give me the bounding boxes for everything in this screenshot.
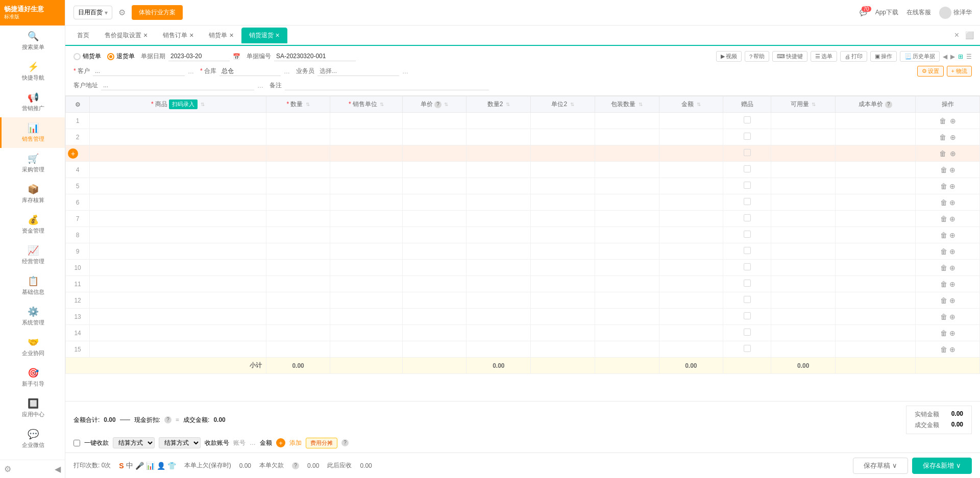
save-new-btn[interactable]: 保存&新增 ∨: [912, 458, 972, 474]
delete-row-btn[interactable]: 🗑: [938, 133, 947, 141]
fee-help-icon[interactable]: ?: [341, 439, 349, 446]
prev-icon[interactable]: ◀: [943, 53, 947, 60]
pack-qty-cell[interactable]: [595, 113, 659, 129]
list-icon[interactable]: ☰: [966, 53, 972, 60]
tab-sales-return[interactable]: 销货退货 ×: [241, 28, 287, 43]
staff-input[interactable]: [317, 66, 399, 76]
unit-price-help-icon[interactable]: ?: [434, 101, 442, 108]
cost-price-help-icon[interactable]: ?: [885, 101, 892, 108]
shortcut-btn[interactable]: ⌨ 快捷键: [772, 51, 807, 62]
sidebar-item-newbie[interactable]: 🎯 新手引导: [0, 362, 65, 393]
settings-icon[interactable]: ⚙: [118, 8, 126, 17]
save-draft-btn[interactable]: 保存草稿 ∨: [853, 458, 908, 474]
amount-sort-icon[interactable]: ⇅: [697, 102, 701, 107]
available-cell[interactable]: [771, 113, 836, 129]
qty2-cell-active[interactable]: [467, 145, 531, 162]
tab-close-button[interactable]: ×: [952, 31, 961, 40]
copy-btn[interactable]: ⊕: [948, 313, 957, 321]
daily-goods-select[interactable]: 日用百货 ▾: [74, 6, 112, 19]
copy-btn[interactable]: ⊕: [948, 345, 957, 354]
select-btn[interactable]: ☰ 选单: [811, 51, 837, 62]
tab-home[interactable]: 首页: [69, 28, 97, 43]
address-more-icon[interactable]: …: [257, 82, 263, 89]
gift-cell[interactable]: [723, 113, 771, 129]
order-num-input[interactable]: [274, 52, 356, 61]
app-download-link[interactable]: App下载: [875, 8, 898, 17]
operate-btn[interactable]: ▣ 操作: [870, 51, 897, 62]
sidebar-item-basic[interactable]: 📋 基础信息: [0, 270, 65, 301]
delete-btn[interactable]: 🗑: [939, 345, 948, 354]
sidebar-item-marketing[interactable]: 📢 营销推广: [0, 87, 65, 117]
warehouse-input[interactable]: [219, 66, 281, 76]
logistics-btn[interactable]: + 物流: [947, 66, 972, 77]
qty-cell[interactable]: [266, 129, 330, 145]
sidebar-item-system[interactable]: ⚙️ 系统管理: [0, 301, 65, 332]
video-btn[interactable]: ▶ 视频: [716, 51, 742, 62]
gift-cell-active[interactable]: [723, 145, 771, 162]
copy-btn[interactable]: ⊕: [948, 329, 957, 337]
delete-btn[interactable]: 🗑: [939, 166, 948, 174]
sidebar-item-quicknav[interactable]: ⚡ 快捷导航: [0, 56, 65, 87]
sidebar-item-operations[interactable]: 📈 经营管理: [0, 240, 65, 270]
delete-btn[interactable]: 🗑: [939, 231, 948, 239]
pack-qty-cell[interactable]: [595, 129, 659, 145]
gift-checkbox-active[interactable]: [744, 149, 751, 156]
copy-btn[interactable]: ⊕: [948, 166, 957, 174]
sidebar-item-member[interactable]: V 畅会员: [0, 454, 65, 460]
pack-qty-sort-icon[interactable]: ⇅: [639, 102, 643, 107]
online-service-link[interactable]: 在线客服: [906, 8, 931, 17]
debt-help-icon[interactable]: ?: [292, 462, 299, 469]
tab-sales-order[interactable]: 销售订单 ×: [155, 28, 201, 43]
tab-sales-order-close-icon[interactable]: ×: [189, 31, 193, 39]
unit-price-sort-icon[interactable]: ⇅: [444, 102, 448, 107]
address-input[interactable]: [101, 81, 254, 90]
sidebar-item-search[interactable]: 🔍 搜索菜单: [0, 26, 65, 56]
unit-price-cell[interactable]: [402, 113, 467, 129]
delete-row-btn[interactable]: 🗑: [938, 117, 947, 125]
unit2-cell[interactable]: [531, 129, 595, 145]
copy-btn[interactable]: ⊕: [948, 296, 957, 305]
available-cell[interactable]: [771, 129, 836, 145]
sidebar-item-purchase[interactable]: 🛒 采购管理: [0, 148, 65, 179]
tab-price-settings[interactable]: 售价提取设置 ×: [97, 28, 155, 43]
delete-btn[interactable]: 🗑: [939, 313, 948, 321]
unit-price-cell-active[interactable]: [402, 145, 467, 162]
account-more-icon[interactable]: …: [250, 439, 256, 446]
collapse-icon[interactable]: ◀: [55, 464, 61, 474]
sales-unit-sort-icon[interactable]: ⇅: [380, 102, 384, 107]
sidebar-item-sales[interactable]: 📊 销售管理: [0, 117, 65, 148]
sidebar-item-finance[interactable]: 💰 资金管理: [0, 209, 65, 240]
experience-btn[interactable]: 体验行业方案: [132, 5, 183, 20]
grid-icon[interactable]: ⊞: [958, 53, 963, 60]
copy-row-btn[interactable]: ⊕: [949, 117, 957, 125]
product-cell[interactable]: [90, 129, 266, 145]
product-cell[interactable]: [90, 113, 266, 129]
copy-btn[interactable]: ⊕: [948, 215, 957, 223]
unit2-sort-icon[interactable]: ⇅: [570, 102, 574, 107]
delete-btn[interactable]: 🗑: [939, 296, 948, 305]
amount-cell-active[interactable]: [659, 145, 723, 162]
available-sort-icon[interactable]: ⇅: [812, 102, 816, 107]
sidebar-item-enterprise[interactable]: 🤝 企业协同: [0, 332, 65, 362]
user-info[interactable]: 徐泽华: [939, 7, 972, 19]
radio-return[interactable]: 退货单: [107, 52, 135, 61]
qty2-sort-icon[interactable]: ⇅: [506, 102, 510, 107]
sales-unit-cell-active[interactable]: [330, 145, 402, 162]
warehouse-more-icon[interactable]: …: [284, 68, 290, 75]
sales-unit-cell[interactable]: [330, 129, 402, 145]
calendar-icon[interactable]: 📅: [233, 53, 240, 60]
product-cell-active[interactable]: [90, 145, 266, 162]
settlement-select[interactable]: 结算方式: [159, 437, 201, 448]
tab-sales-return-close-icon[interactable]: ×: [276, 31, 280, 39]
tab-sales-delivery-close-icon[interactable]: ×: [229, 31, 233, 39]
qty2-cell[interactable]: [467, 113, 531, 129]
copy-btn[interactable]: ⊕: [948, 182, 957, 190]
delete-row-active-btn[interactable]: 🗑: [938, 149, 947, 158]
sidebar-item-inventory[interactable]: 📦 库存核算: [0, 179, 65, 209]
delete-btn[interactable]: 🗑: [939, 198, 948, 207]
copy-btn[interactable]: ⊕: [948, 231, 957, 239]
add-row-cell[interactable]: +: [66, 145, 90, 162]
delete-btn[interactable]: 🗑: [939, 182, 948, 190]
help-btn[interactable]: ? 帮助: [745, 51, 769, 62]
add-row-btn[interactable]: +: [68, 148, 78, 159]
